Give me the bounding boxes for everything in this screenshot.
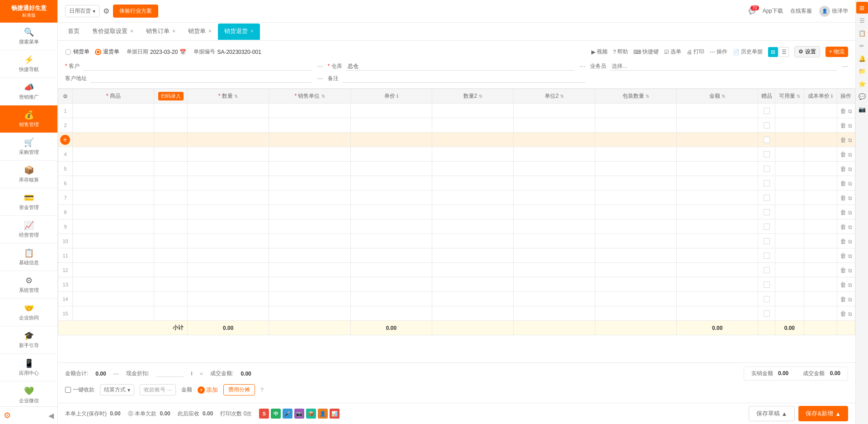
sidebar-item-sales[interactable]: 💰销售管理 bbox=[0, 105, 57, 133]
sidebar-item-basic[interactable]: 📋基础信息 bbox=[0, 243, 57, 271]
qty2-cell-11[interactable] bbox=[432, 248, 514, 263]
unit-input-2[interactable] bbox=[271, 122, 348, 129]
add-payment-btn[interactable]: + 添加 bbox=[198, 386, 218, 394]
discount-info-icon[interactable]: ℹ bbox=[191, 371, 193, 376]
product-cell-9[interactable] bbox=[73, 219, 154, 234]
rp-r6[interactable]: 💬 bbox=[856, 91, 868, 102]
gift-cell-8[interactable] bbox=[758, 205, 775, 219]
tab-sale-price[interactable]: 售价提取设置× bbox=[86, 24, 140, 40]
product-cell-14[interactable] bbox=[73, 292, 154, 306]
gift-checkbox-10[interactable] bbox=[764, 238, 770, 244]
unit-input-6[interactable] bbox=[271, 180, 348, 186]
qty2-cell-14[interactable] bbox=[432, 292, 514, 306]
price-input-15[interactable] bbox=[353, 310, 430, 317]
product-input-1[interactable] bbox=[75, 108, 152, 114]
product-cell-7[interactable] bbox=[73, 191, 154, 205]
gift-checkbox-13[interactable] bbox=[764, 281, 770, 288]
pack-cell-15[interactable] bbox=[595, 306, 676, 321]
product-input-6[interactable] bbox=[75, 180, 152, 186]
amount-input-15[interactable] bbox=[679, 310, 756, 317]
pack-input-9[interactable] bbox=[597, 224, 675, 230]
copy-row-9[interactable]: ⧉ bbox=[848, 224, 852, 230]
table-settings-icon[interactable]: ⚙ bbox=[63, 93, 68, 100]
rp-table-view[interactable]: ⊞ bbox=[856, 2, 868, 14]
pack-input-13[interactable] bbox=[597, 281, 675, 288]
add-row-button[interactable]: + bbox=[60, 135, 70, 145]
cam-icon[interactable]: 📷 bbox=[294, 409, 304, 419]
qty-cell-7[interactable] bbox=[188, 191, 269, 205]
delete-row-14[interactable]: 🗑 bbox=[840, 295, 846, 303]
qty-input-12[interactable] bbox=[189, 267, 267, 273]
pack-cell-5[interactable] bbox=[595, 162, 676, 176]
sidebar-item-wechat[interactable]: 💚企业微信 bbox=[0, 381, 57, 406]
price-cell-1[interactable] bbox=[350, 104, 432, 118]
price-input-13[interactable] bbox=[353, 281, 430, 288]
price-cell-3[interactable] bbox=[350, 133, 432, 147]
unit2-input-6[interactable] bbox=[515, 180, 593, 186]
unit-cell-6[interactable] bbox=[269, 176, 350, 191]
pack-cell-7[interactable] bbox=[595, 191, 676, 205]
amount-cell-12[interactable] bbox=[677, 263, 758, 277]
unit-input-13[interactable] bbox=[271, 281, 348, 288]
qty2-input-9[interactable] bbox=[434, 224, 511, 230]
qty-sort-icon[interactable]: ⇅ bbox=[234, 94, 238, 99]
gift-checkbox-14[interactable] bbox=[764, 296, 770, 302]
product-cell-8[interactable] bbox=[73, 205, 154, 219]
amount-cell-11[interactable] bbox=[677, 248, 758, 263]
unit2-cell-15[interactable] bbox=[514, 306, 595, 321]
delete-row-6[interactable]: 🗑 bbox=[840, 180, 846, 187]
price-input-9[interactable] bbox=[353, 224, 430, 230]
rp-r3[interactable]: 🔔 bbox=[856, 52, 868, 64]
product-input-2[interactable] bbox=[75, 122, 152, 129]
amount-cell-9[interactable] bbox=[677, 219, 758, 234]
qty2-cell-10[interactable] bbox=[432, 234, 514, 248]
qty2-cell-12[interactable] bbox=[432, 263, 514, 277]
amount-sort-icon[interactable]: ⇅ bbox=[722, 94, 725, 99]
sidebar-item-enterprise[interactable]: 🤝企业协同 bbox=[0, 299, 57, 326]
unit2-cell-2[interactable] bbox=[514, 118, 595, 133]
chart-icon[interactable]: 📊 bbox=[330, 409, 340, 419]
price-cell-14[interactable] bbox=[350, 292, 432, 306]
cost-info-icon[interactable]: ℹ bbox=[831, 93, 833, 99]
rp-r4[interactable]: 📁 bbox=[856, 65, 868, 77]
qty-cell-15[interactable] bbox=[188, 306, 269, 321]
unit2-input-8[interactable] bbox=[515, 209, 593, 215]
box-icon[interactable]: 📦 bbox=[306, 409, 316, 419]
copy-row-6[interactable]: ⧉ bbox=[848, 181, 852, 187]
qty-cell-13[interactable] bbox=[188, 277, 269, 292]
copy-row-4[interactable]: ⧉ bbox=[848, 152, 852, 158]
pack-cell-8[interactable] bbox=[595, 205, 676, 219]
help-action[interactable]: ? 帮助 bbox=[613, 48, 628, 56]
qty-input-4[interactable] bbox=[189, 151, 267, 157]
unit-input-1[interactable] bbox=[271, 108, 348, 114]
unit2-input-12[interactable] bbox=[515, 267, 593, 273]
qty-cell-8[interactable] bbox=[188, 205, 269, 219]
product-input-9[interactable] bbox=[75, 224, 152, 230]
qty2-input-13[interactable] bbox=[434, 281, 511, 288]
one-key-checkbox[interactable]: 一键收款 bbox=[65, 386, 94, 394]
user-info[interactable]: 👤 徐泽华 bbox=[819, 6, 848, 17]
unit2-cell-6[interactable] bbox=[514, 176, 595, 191]
video-action[interactable]: ▶ 视频 bbox=[591, 48, 608, 56]
unit2-input-1[interactable] bbox=[515, 108, 593, 114]
qty-cell-5[interactable] bbox=[188, 162, 269, 176]
date-value[interactable]: 2023-03-20 bbox=[150, 49, 178, 55]
unit2-cell-3[interactable] bbox=[514, 133, 595, 147]
product-cell-2[interactable] bbox=[73, 118, 154, 133]
qty2-cell-15[interactable] bbox=[432, 306, 514, 321]
qty2-cell-4[interactable] bbox=[432, 147, 514, 162]
unit-cell-12[interactable] bbox=[269, 263, 350, 277]
pack-input-10[interactable] bbox=[597, 238, 675, 244]
unit-input-15[interactable] bbox=[271, 310, 348, 317]
gift-cell-15[interactable] bbox=[758, 306, 775, 321]
product-input-10[interactable] bbox=[75, 238, 152, 244]
unit2-sort-icon[interactable]: ⇅ bbox=[560, 94, 564, 99]
price-input-14[interactable] bbox=[353, 296, 430, 302]
product-input-13[interactable] bbox=[75, 281, 152, 288]
amount-cell-1[interactable] bbox=[677, 104, 758, 118]
product-input-4[interactable] bbox=[75, 151, 152, 157]
person-icon[interactable]: 👤 bbox=[318, 409, 328, 419]
product-input-7[interactable] bbox=[75, 195, 152, 201]
amount-input-5[interactable] bbox=[679, 166, 756, 172]
qty2-cell-5[interactable] bbox=[432, 162, 514, 176]
